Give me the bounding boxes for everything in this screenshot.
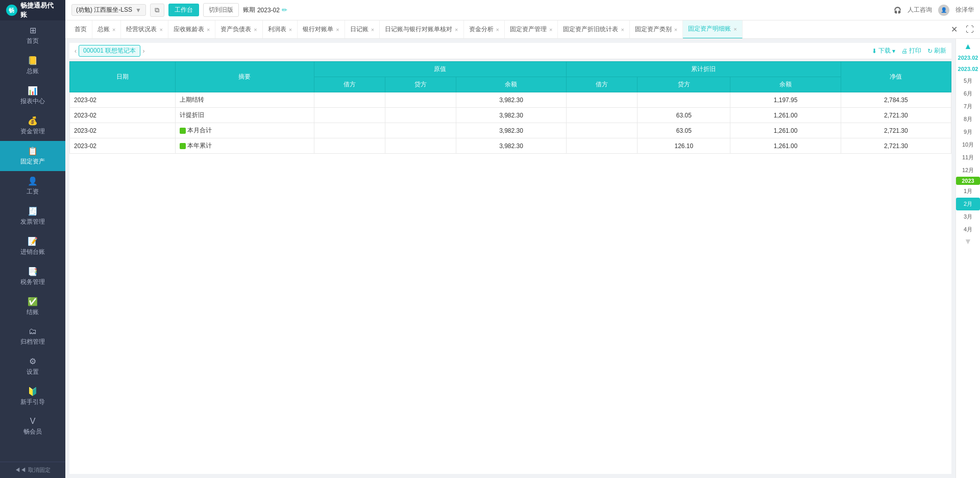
member-icon: V: [30, 417, 36, 426]
period-month-7[interactable]: 7月: [956, 100, 980, 113]
tab-close-icon[interactable]: ×: [674, 27, 677, 33]
sidebar-item-label: 结账: [27, 308, 39, 317]
tab-fund-analysis[interactable]: 资金分析 ×: [464, 20, 505, 39]
service-label[interactable]: 人工咨询: [908, 6, 932, 14]
sidebar-item-label: 资金管理: [20, 127, 45, 136]
asset-tag[interactable]: 000001 联想笔记本: [79, 45, 140, 57]
sidebar-item-payroll[interactable]: 👤 工资: [0, 171, 65, 201]
tab-fixed-assets-detail[interactable]: 固定资产明细账 ×: [683, 20, 742, 39]
tab-close-icon[interactable]: ×: [549, 27, 552, 33]
tab-label: 经营状况表: [126, 25, 157, 34]
tab-fixed-assets-depreciation[interactable]: 固定资产折旧统计表 ×: [558, 20, 629, 39]
col-date: 日期: [70, 62, 176, 92]
tab-close-icon[interactable]: ×: [112, 27, 115, 33]
home-icon: ⊞: [30, 26, 36, 35]
sidebar-item-funds[interactable]: 💰 资金管理: [0, 111, 65, 141]
tab-receivable-aging[interactable]: 应收账龄表 ×: [168, 20, 215, 39]
tab-close-icon[interactable]: ×: [621, 27, 624, 33]
refresh-icon: ↻: [927, 47, 933, 55]
switch-version-button[interactable]: 切到旧版: [203, 3, 239, 17]
sidebar-item-guide[interactable]: 🔰 新手引导: [0, 381, 65, 412]
sidebar-item-ledger[interactable]: 📒 总账: [0, 51, 65, 81]
tab-close-icon[interactable]: ×: [371, 27, 374, 33]
tab-label: 固定资产管理: [510, 25, 547, 34]
tab-label: 银行对账单: [303, 25, 333, 34]
sidebar-item-settings[interactable]: ⚙ 设置: [0, 351, 65, 381]
tab-balance-sheet[interactable]: 资产负债表 ×: [215, 20, 262, 39]
table-row: 2023-02计提折旧3,982.3063.051,261.002,721.30: [70, 108, 951, 123]
period-month-9[interactable]: 9月: [956, 126, 980, 138]
period-month-5[interactable]: 5月: [956, 75, 980, 87]
sidebar-unpin[interactable]: ◀◀ 取消固定: [0, 462, 65, 478]
sidebar-item-invoice[interactable]: 🧾 发票管理: [0, 201, 65, 231]
tab-close-icon[interactable]: ×: [159, 27, 162, 33]
tab-close-icon[interactable]: ×: [207, 27, 210, 33]
topbar-right: 🎧 人工咨询 👤 徐泽华: [894, 5, 974, 16]
period-month-3[interactable]: 3月: [956, 210, 980, 223]
tab-close-icon[interactable]: ×: [254, 27, 257, 33]
sidebar-item-member[interactable]: V 畅会员: [0, 412, 65, 441]
tab-close-icon[interactable]: ×: [289, 27, 292, 33]
row-badge-icon: [180, 143, 186, 149]
period-month-12[interactable]: 12月: [956, 164, 980, 177]
sidebar-item-home[interactable]: ⊞ 首页: [0, 20, 65, 51]
tax-icon: 📑: [28, 267, 38, 276]
tab-close-all-icon[interactable]: ✕: [949, 23, 960, 35]
tab-business-status[interactable]: 经营状况表 ×: [121, 20, 168, 39]
period-month-10[interactable]: 10月: [956, 138, 980, 151]
tab-close-icon[interactable]: ×: [336, 27, 339, 33]
row-badge-icon: [180, 128, 186, 134]
tab-close-icon[interactable]: ×: [455, 27, 458, 33]
period-month-6[interactable]: 6月: [956, 87, 980, 100]
sidebar-item-reports[interactable]: 📊 报表中心: [0, 81, 65, 111]
period-month-4[interactable]: 4月: [956, 223, 980, 236]
period-month-2-active[interactable]: 2月: [956, 198, 980, 210]
col-depreciation-credit: 贷方: [638, 77, 730, 92]
company-selector[interactable]: (劝勉) 江西服坐-LSS ▼: [71, 4, 146, 16]
tab-close-icon[interactable]: ×: [733, 26, 737, 32]
period-down-button[interactable]: ▼: [963, 236, 973, 247]
tab-journal[interactable]: 日记账 ×: [345, 20, 380, 39]
tab-fixed-assets-category[interactable]: 固定资产类别 ×: [630, 20, 683, 39]
breadcrumb-back-icon[interactable]: ‹: [75, 47, 77, 55]
period-month-1[interactable]: 1月: [956, 185, 980, 198]
copy-button[interactable]: ⧉: [150, 4, 164, 17]
print-button[interactable]: 🖨 打印: [901, 46, 921, 55]
period-month-8[interactable]: 8月: [956, 113, 980, 126]
download-button[interactable]: ⬇ 下载 ▾: [872, 46, 895, 55]
refresh-button[interactable]: ↻ 刷新: [927, 46, 946, 55]
tab-close-icon[interactable]: ×: [496, 27, 499, 33]
period-month-11[interactable]: 11月: [956, 151, 980, 164]
payroll-icon: 👤: [28, 176, 38, 186]
breadcrumb-bar: ‹ 000001 联想笔记本 › ⬇ 下载 ▾ 🖨 打印: [69, 43, 951, 59]
sidebar-logo: 畅 畅捷通易代账: [0, 0, 65, 20]
sidebar-item-sales-ledger[interactable]: 📝 进销台账: [0, 231, 65, 261]
sidebar-item-tax[interactable]: 📑 税务管理: [0, 261, 65, 292]
tab-fixed-assets-mgmt[interactable]: 固定资产管理 ×: [505, 20, 558, 39]
tab-ledger[interactable]: 总账 ×: [92, 20, 121, 39]
sidebar-item-fixed-assets[interactable]: 📋 固定资产: [0, 141, 65, 171]
workstation-button[interactable]: 工作台: [168, 4, 199, 16]
tab-home[interactable]: 首页: [69, 20, 92, 39]
topbar: (劝勉) 江西服坐-LSS ▼ ⧉ 工作台 切到旧版 账期 2023-02 ✏ …: [65, 0, 980, 20]
period-up-button[interactable]: ▲: [963, 41, 973, 52]
period-edit-icon[interactable]: ✏: [282, 6, 287, 14]
username[interactable]: 徐泽华: [955, 6, 974, 14]
fixed-assets-detail-table: 日期 摘要 原值 累计折旧 净值 借方 贷方 余额 借方 贷方 余额: [69, 61, 951, 154]
col-net-value: 净值: [841, 62, 951, 92]
sidebar-item-archive[interactable]: 🗂 归档管理: [0, 322, 65, 351]
sidebar: 畅 畅捷通易代账 ⊞ 首页 📒 总账 📊 报表中心 💰 资金管理 📋 固定资产 …: [0, 0, 65, 478]
logo-text: 畅捷通易代账: [20, 1, 59, 19]
invoice-icon: 🧾: [28, 206, 38, 216]
avatar: 👤: [938, 5, 949, 16]
sidebar-item-closing[interactable]: ✅ 结账: [0, 292, 65, 322]
guide-icon: 🔰: [28, 387, 38, 396]
tab-fullscreen-icon[interactable]: ⛶: [964, 24, 976, 35]
tab-label: 总账: [97, 25, 110, 34]
tab-profit[interactable]: 利润表 ×: [263, 20, 298, 39]
tab-journal-reconcile[interactable]: 日记账与银行对账单核对 ×: [380, 20, 463, 39]
tab-bank-statement[interactable]: 银行对账单 ×: [298, 20, 345, 39]
archive-icon: 🗂: [29, 327, 37, 336]
breadcrumb-forward-icon[interactable]: ›: [142, 47, 144, 55]
sidebar-item-label: 设置: [27, 368, 39, 376]
